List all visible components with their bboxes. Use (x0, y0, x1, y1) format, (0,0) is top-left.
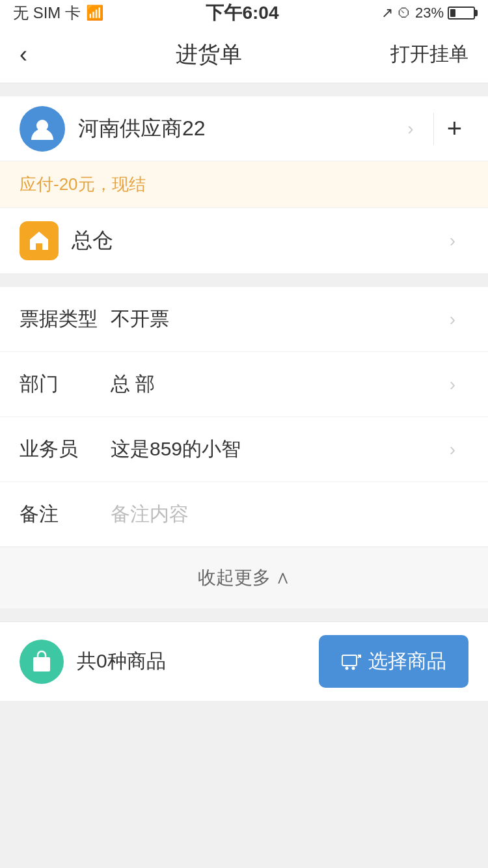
product-count: 共0种商品 (77, 648, 319, 675)
product-bar: 共0种商品 选择商品 (0, 621, 488, 701)
salesperson-label: 业务员 (20, 436, 111, 463)
battery-icon (448, 7, 475, 20)
add-button[interactable]: + (441, 114, 468, 143)
supplier-avatar (20, 106, 65, 152)
user-icon (29, 115, 56, 142)
status-right: ↗ ⏲ 23% (381, 5, 475, 21)
nav-bar: ‹ 进货单 打开挂单 (0, 26, 488, 83)
back-button[interactable]: ‹ (20, 41, 27, 68)
svg-point-4 (346, 666, 349, 670)
invoice-type-chevron-icon: › (450, 309, 455, 330)
alarm-icon: ⏲ (397, 5, 411, 21)
remark-input[interactable]: 备注内容 (111, 501, 468, 528)
notice-bar: 应付-20元，现结 (0, 161, 488, 208)
supplier-section: 河南供应商22 › + 应付-20元，现结 总仓 › (0, 96, 488, 273)
status-time: 下午6:04 (206, 1, 278, 25)
carrier-text: 无 SIM 卡 (13, 3, 81, 23)
divider (433, 113, 434, 145)
cart-icon (341, 653, 362, 671)
supplier-chevron-icon: › (407, 118, 413, 139)
open-pending-button[interactable]: 打开挂单 (390, 41, 468, 68)
select-product-label: 选择商品 (368, 648, 446, 675)
department-label: 部门 (20, 371, 111, 398)
wifi-icon: 📶 (86, 5, 103, 21)
salesperson-chevron-icon: › (450, 439, 455, 460)
department-row[interactable]: 部门 总 部 › (0, 351, 488, 416)
collapse-button[interactable]: 收起更多 ∧ (0, 547, 488, 608)
home-icon (27, 229, 51, 252)
salesperson-value: 这是859的小智 (111, 436, 450, 463)
invoice-type-row[interactable]: 票据类型 不开票 › (0, 286, 488, 351)
product-icon (20, 640, 64, 684)
shopping-bag-icon (28, 648, 55, 675)
status-left: 无 SIM 卡 📶 (13, 3, 103, 23)
supplier-row[interactable]: 河南供应商22 › + (0, 96, 488, 161)
invoice-type-value: 不开票 (111, 306, 450, 332)
svg-rect-3 (342, 655, 357, 666)
svg-rect-1 (36, 243, 42, 250)
section-gap-1 (0, 83, 488, 96)
warehouse-row[interactable]: 总仓 › (0, 208, 488, 273)
warehouse-icon (20, 221, 59, 260)
department-value: 总 部 (111, 371, 450, 398)
status-bar: 无 SIM 卡 📶 下午6:04 ↗ ⏲ 23% (0, 0, 488, 26)
warehouse-name: 总仓 (72, 226, 450, 255)
svg-rect-2 (33, 657, 50, 671)
invoice-type-label: 票据类型 (20, 306, 111, 332)
department-chevron-icon: › (450, 374, 455, 395)
supplier-name: 河南供应商22 (78, 115, 407, 143)
form-section: 票据类型 不开票 › 部门 总 部 › 业务员 这是859的小智 › 备注 备注… (0, 286, 488, 608)
remark-label: 备注 (20, 501, 111, 528)
page-title: 进货单 (176, 40, 242, 70)
salesperson-row[interactable]: 业务员 这是859的小智 › (0, 416, 488, 481)
remark-row[interactable]: 备注 备注内容 (0, 481, 488, 547)
warehouse-chevron-icon: › (450, 230, 455, 251)
svg-point-5 (352, 666, 355, 670)
background-fill (0, 701, 488, 868)
select-product-button[interactable]: 选择商品 (319, 635, 468, 688)
section-gap-2 (0, 273, 488, 286)
battery-percent: 23% (415, 5, 444, 21)
location-icon: ↗ (381, 5, 393, 21)
